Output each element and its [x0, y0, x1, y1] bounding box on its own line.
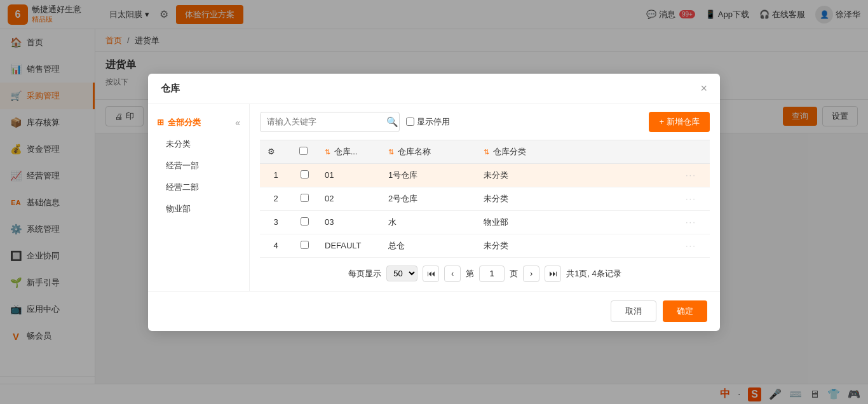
- modal-title: 仓库: [161, 83, 180, 95]
- sort-icon3: ⇅: [484, 148, 489, 156]
- first-page-button[interactable]: ⏮: [423, 266, 439, 282]
- table-panel: 🔍 显示停用 + 新增仓库: [250, 104, 720, 291]
- table-row[interactable]: 1 01 1号仓库 未分类 ···: [260, 163, 710, 187]
- show-disabled-checkbox[interactable]: 显示停用: [406, 116, 450, 128]
- row-checkbox-1[interactable]: [301, 170, 309, 178]
- col-checkbox: [292, 140, 317, 163]
- page-number-input[interactable]: [479, 266, 505, 282]
- col-category-header[interactable]: ⇅ 仓库分类: [476, 140, 678, 163]
- col-code-header[interactable]: ⇅ 仓库...: [317, 140, 381, 163]
- sort-icon2: ⇅: [388, 148, 394, 156]
- category-item-unclassified[interactable]: 未分类: [148, 133, 249, 155]
- modal-header: 仓库 ×: [148, 74, 720, 104]
- modal-overlay: 仓库 × ⊞ 全部分类 « 未分类 经营一部 经营二部 物业部: [0, 0, 868, 404]
- row-checkbox-2[interactable]: [301, 194, 309, 202]
- col-gear: ⚙: [260, 140, 292, 163]
- category-item-ops1[interactable]: 经营一部: [148, 155, 249, 177]
- per-page-select[interactable]: 50: [386, 266, 417, 281]
- pagination-bar: 每页显示 50 ⏮ ‹ 第 页 › ⏭ 共1页, 4条记录: [260, 258, 710, 291]
- modal-body: ⊞ 全部分类 « 未分类 经营一部 经营二部 物业部 🔍: [148, 104, 720, 291]
- select-all-checkbox[interactable]: [299, 147, 308, 155]
- category-all[interactable]: ⊞ 全部分类 «: [148, 112, 249, 133]
- category-item-ops2[interactable]: 经营二部: [148, 177, 249, 198]
- search-box: 🔍: [260, 112, 400, 132]
- table-body: 1 01 1号仓库 未分类 ··· 2 02 2: [260, 163, 710, 257]
- table-row[interactable]: 4 DEFAULT 总仓 未分类 ···: [260, 234, 710, 257]
- modal-footer: 取消 确定: [148, 291, 720, 331]
- col-name-header[interactable]: ⇅ 仓库名称: [381, 140, 476, 163]
- modal-close-button[interactable]: ×: [700, 83, 707, 94]
- table-head: ⚙ ⇅ 仓库... ⇅ 仓库名称: [260, 140, 710, 163]
- next-page-button[interactable]: ›: [523, 266, 539, 282]
- cancel-button[interactable]: 取消: [611, 300, 656, 322]
- category-panel: ⊞ 全部分类 « 未分类 经营一部 经营二部 物业部: [148, 104, 250, 291]
- confirm-button[interactable]: 确定: [663, 300, 707, 322]
- sort-icon: ⇅: [325, 148, 330, 156]
- col-action-header: [678, 140, 710, 163]
- warehouse-modal: 仓库 × ⊞ 全部分类 « 未分类 经营一部 经营二部 物业部: [148, 74, 720, 331]
- disabled-checkbox[interactable]: [406, 118, 414, 126]
- prev-page-button[interactable]: ‹: [444, 266, 461, 282]
- table-row[interactable]: 3 03 水 物业部 ···: [260, 210, 710, 234]
- row-action-1[interactable]: ···: [686, 170, 696, 180]
- table-container: ⚙ ⇅ 仓库... ⇅ 仓库名称: [260, 140, 710, 258]
- category-item-property[interactable]: 物业部: [148, 198, 249, 220]
- collapse-icon[interactable]: «: [235, 118, 240, 128]
- row-action-3[interactable]: ···: [686, 217, 696, 227]
- warehouse-table: ⚙ ⇅ 仓库... ⇅ 仓库名称: [260, 140, 710, 258]
- row-checkbox-4[interactable]: [301, 241, 309, 249]
- search-input[interactable]: [261, 113, 380, 130]
- table-toolbar: 🔍 显示停用 + 新增仓库: [260, 112, 710, 132]
- row-action-2[interactable]: ···: [686, 194, 696, 203]
- table-row[interactable]: 2 02 2号仓库 未分类 ···: [260, 187, 710, 210]
- search-button[interactable]: 🔍: [380, 112, 400, 131]
- last-page-button[interactable]: ⏭: [545, 266, 561, 282]
- row-action-4[interactable]: ···: [686, 241, 696, 250]
- row-checkbox-3[interactable]: [301, 217, 309, 226]
- add-icon: +: [659, 117, 664, 126]
- add-warehouse-button[interactable]: + 新增仓库: [649, 112, 710, 132]
